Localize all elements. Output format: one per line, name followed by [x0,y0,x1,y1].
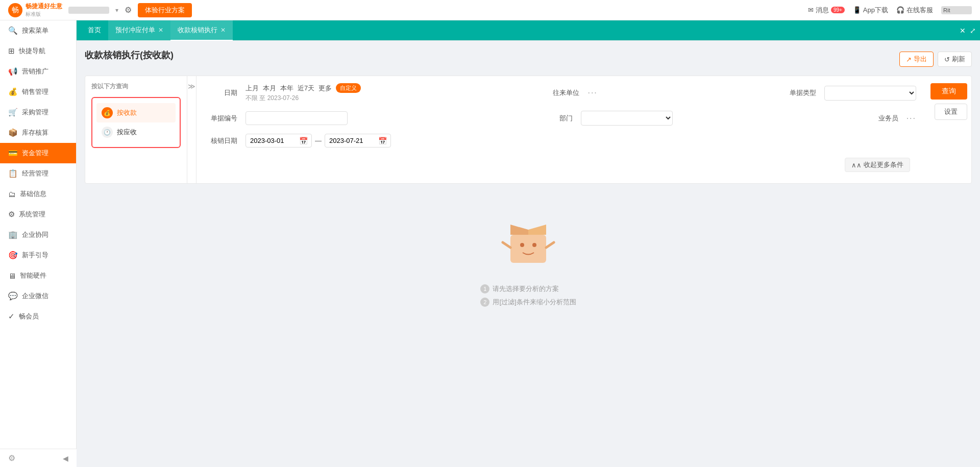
tab-prepay-label: 预付冲应付单 [115,26,155,35]
export-button[interactable]: ↗ 导出 [899,52,934,67]
industry-solution-button[interactable]: 体验行业方案 [138,3,192,17]
sidebar-label-member: 畅会员 [19,312,39,321]
receipt-icon: 💰 [102,107,113,118]
logo-text-wrap: 畅捷通好生意 标准版 [26,2,62,18]
collapse-more-row: ∧∧ 收起更多条件 [207,156,916,176]
sidebar-item-sales[interactable]: 💰 销售管理 [0,82,76,102]
message-badge: 99+ [831,7,845,13]
dept-select[interactable] [581,111,673,126]
top-bar-left: 畅 畅捷通好生意 标准版 ▾ ⚙ 体验行业方案 [8,2,192,18]
hint-2-text: 用[过滤]条件来缩小分析范围 [493,296,576,309]
collapse-left-button[interactable]: ≫ [187,76,197,183]
hardware-icon: 🖥 [8,272,16,280]
tab-receipt-close-icon[interactable]: ✕ [220,27,226,34]
counterpart-more-dots[interactable]: ··· [587,88,597,97]
sidebar-item-enterprise[interactable]: 🏢 企业协同 [0,225,76,245]
sidebar-label-guide: 新手引导 [22,251,48,260]
step-2-icon: 2 [480,298,489,307]
writeoff-end-input[interactable] [325,134,391,148]
date-7days[interactable]: 近7天 [298,84,314,93]
by-receivable-label: 按应收 [117,128,137,137]
query-button[interactable]: 查询 [930,83,967,100]
message-icon: ✉ [808,6,814,14]
logo-sub-text: 标准版 [26,11,62,18]
date-last-month[interactable]: 上月 [246,84,259,93]
logo-main-text: 畅捷通好生意 [26,2,62,11]
empty-hint-1: 1 请先选择要分析的方案 [480,282,576,296]
inventory-icon: 📦 [8,128,18,137]
sidebar-item-purchase[interactable]: 🛒 采购管理 [0,102,76,122]
filter-left: 按以下方查询 💰 按收款 🕐 按应收 [85,76,187,183]
filter-left-title: 按以下方查询 [91,82,181,91]
filter-panel: 按以下方查询 💰 按收款 🕐 按应收 ≫ [85,76,972,184]
app-download-item[interactable]: 📱 App下载 [853,6,888,15]
filter-option-by-receivable[interactable]: 🕐 按应收 [96,122,176,142]
sidebar-item-marketing[interactable]: 📢 营销推广 [0,61,76,82]
sidebar-item-search[interactable]: 🔍 搜索菜单 [0,20,76,41]
enterprise-icon: 🏢 [8,230,18,239]
tab-expand-icon[interactable]: ⤢ [970,27,976,35]
finance-icon: 💳 [8,149,18,158]
filter-option-by-receipt[interactable]: 💰 按收款 [96,103,176,122]
wechat-icon: 💬 [8,291,18,301]
sidebar-label-quick: 快捷导航 [19,46,45,56]
sidebar-item-finance[interactable]: 💳 资金管理 [0,143,76,163]
tab-receipt[interactable]: 收款核销执行 ✕ [170,20,233,41]
tab-prepay[interactable]: 预付冲应付单 ✕ [108,20,170,41]
sidebar-label-hardware: 智能硬件 [20,271,46,280]
svg-rect-0 [510,235,546,263]
staff-more-dots[interactable]: ··· [906,114,916,123]
sidebar-item-quick[interactable]: ⊞ 快捷导航 [0,41,76,61]
empty-text: 1 请先选择要分析的方案 2 用[过滤]条件来缩小分析范围 [480,282,576,309]
collapse-more-button[interactable]: ∧∧ 收起更多条件 [845,158,910,172]
purchase-icon: 🛒 [8,108,18,117]
logo: 畅 畅捷通好生意 标准版 [8,2,62,18]
doc-no-label: 单据编号 [207,114,237,123]
sidebar-label-finance: 资金管理 [22,149,48,158]
sidebar-item-basic[interactable]: 🗂 基础信息 [0,184,76,204]
filter-row-2: 单据编号 部门 业务员 ··· [207,111,916,126]
tab-receipt-label: 收款核销执行 [178,26,217,35]
tab-home[interactable]: 首页 [81,20,108,41]
message-label: 消息 [816,6,829,15]
message-item[interactable]: ✉ 消息 99+ [808,6,845,15]
collapse-more-label: 收起更多条件 [864,160,903,169]
user-avatar[interactable]: Rit [941,6,972,14]
svg-line-3 [503,242,510,248]
doc-no-input[interactable] [246,111,348,125]
writeoff-start-input[interactable] [246,134,312,148]
sidebar-item-inventory[interactable]: 📦 库存核算 [0,122,76,143]
doc-type-select[interactable] [824,86,916,101]
sidebar-item-wechat[interactable]: 💬 企业微信 [0,286,76,306]
settings-gear-icon[interactable]: ⚙ [125,5,132,15]
tab-prepay-close-icon[interactable]: ✕ [158,27,163,34]
sidebar-settings-icon[interactable]: ⚙ [8,453,15,463]
top-bar-right: ✉ 消息 99+ 📱 App下载 🎧 在线客服 Rit [808,6,972,15]
sidebar-item-guide[interactable]: 🎯 新手引导 [0,245,76,265]
date-this-year[interactable]: 本年 [280,84,293,93]
tab-bar-actions: ✕ ⤢ [960,27,976,35]
date-this-month[interactable]: 本月 [263,84,276,93]
sidebar-collapse-icon[interactable]: ◀ [63,454,68,462]
account-chevron-icon[interactable]: ▾ [115,7,118,14]
sidebar-item-system[interactable]: ⚙ 系统管理 [0,204,76,225]
page-title: 收款核销执行(按收款) [85,49,174,61]
date-more[interactable]: 更多 [318,84,332,93]
refresh-button[interactable]: ↺ 刷新 [938,52,972,67]
sidebar-label-marketing: 营销推广 [22,67,48,76]
sidebar-item-hardware[interactable]: 🖥 智能硬件 [0,265,76,286]
search-icon: 🔍 [8,26,18,35]
online-service-item[interactable]: 🎧 在线客服 [896,6,933,15]
export-icon: ↗ [906,56,912,63]
date-custom-badge[interactable]: 自定义 [336,83,361,93]
sidebar: 🔍 搜索菜单 ⊞ 快捷导航 📢 营销推广 💰 销售管理 🛒 采购管理 📦 库存核… [0,20,77,467]
settings-button[interactable]: 设置 [935,104,967,120]
sidebar-item-member[interactable]: ✓ 畅会员 [0,306,76,327]
basic-icon: 🗂 [8,190,16,199]
sidebar-item-operations[interactable]: 📋 经营管理 [0,163,76,184]
counterpart-label: 往来单位 [549,88,579,97]
sidebar-label-sales: 销售管理 [22,87,48,96]
tab-close-all-icon[interactable]: ✕ [960,27,966,35]
date-range-hint: 不限 至 2023-07-26 [246,94,361,103]
sidebar-label-purchase: 采购管理 [22,108,48,117]
